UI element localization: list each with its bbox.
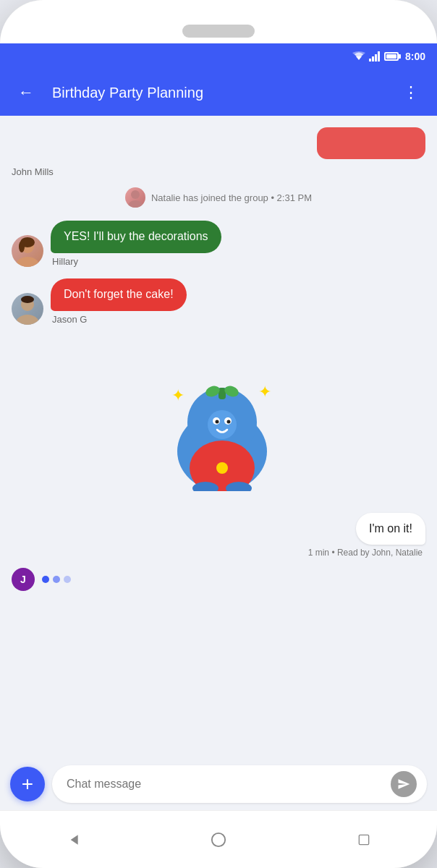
status-bar: 8:00 [0, 43, 437, 69]
outgoing-message-content: I'm on it! 1 min • Read by John, Natalie [308, 513, 425, 558]
chat-input-wrap [52, 765, 427, 803]
svg-point-21 [216, 420, 219, 423]
sticker-area: ✦ ✦ [12, 332, 425, 506]
hillary-bubble: YES! I'll buy the decorations [51, 221, 221, 253]
sticker-svg: ✦ ✦ [146, 346, 291, 491]
nav-home-button[interactable] [204, 825, 233, 854]
wifi-icon [352, 51, 365, 61]
svg-text:✦: ✦ [258, 383, 271, 401]
typing-dots [42, 576, 71, 583]
more-button[interactable]: ⋮ [396, 78, 425, 107]
outgoing-bubble: I'm on it! [356, 513, 425, 545]
svg-point-30 [42, 576, 49, 583]
system-join-text: Natalie has joined the group • 2:31 PM [151, 192, 312, 203]
nav-recents-button[interactable] [349, 825, 378, 854]
svg-point-12 [16, 315, 39, 325]
svg-rect-1 [369, 59, 371, 61]
jason-message-content: Don't forget the cake! Jason G [51, 278, 187, 325]
svg-point-8 [16, 257, 39, 267]
svg-rect-4 [378, 51, 380, 61]
screen: 8:00 ← Birthday Party Planning ⋮ John Mi… [0, 43, 437, 810]
status-time: 8:00 [405, 51, 425, 62]
hillary-sender: Hillary [52, 256, 221, 267]
nav-home-icon [211, 832, 226, 848]
phone-frame: 8:00 ← Birthday Party Planning ⋮ John Mi… [0, 0, 437, 868]
signal-icon [369, 51, 381, 61]
svg-point-6 [128, 200, 143, 208]
system-message: Natalie has joined the group • 2:31 PM [12, 187, 425, 208]
svg-point-13 [21, 296, 34, 303]
battery-icon [384, 52, 399, 61]
top-strip [12, 124, 425, 162]
input-area: + [0, 758, 437, 810]
svg-point-22 [227, 420, 231, 423]
svg-point-10 [19, 241, 25, 252]
svg-point-27 [216, 462, 228, 474]
svg-point-31 [53, 576, 60, 583]
svg-rect-35 [360, 835, 369, 844]
jason-bubble: Don't forget the cake! [51, 278, 187, 311]
svg-point-32 [64, 576, 71, 583]
svg-text:✦: ✦ [171, 386, 184, 404]
john-mills-label: John Mills [12, 165, 425, 179]
send-button[interactable] [391, 771, 417, 797]
svg-marker-33 [70, 835, 77, 844]
svg-rect-3 [375, 54, 377, 61]
send-icon [397, 778, 410, 791]
hillary-message-row: YES! I'll buy the decorations Hillary [12, 221, 425, 267]
outgoing-message-row: I'm on it! 1 min • Read by John, Natalie [12, 513, 425, 558]
app-bar: ← Birthday Party Planning ⋮ [0, 69, 437, 116]
phone-top [0, 0, 437, 43]
phone-bottom-nav [0, 810, 437, 868]
add-button[interactable]: + [10, 767, 45, 801]
jason-avatar [12, 293, 43, 325]
jason-sender: Jason G [52, 314, 187, 325]
nav-back-button[interactable] [59, 825, 88, 854]
app-title: Birthday Party Planning [52, 85, 385, 101]
svg-point-34 [212, 833, 225, 846]
nav-back-icon [66, 833, 80, 847]
messages-area: John Mills Natalie has joined the group … [0, 116, 437, 758]
status-icons: 8:00 [352, 51, 425, 62]
typing-avatar: J [12, 568, 35, 591]
chat-message-input[interactable] [67, 778, 385, 791]
back-button[interactable]: ← [12, 78, 41, 107]
message-status: 1 min • Read by John, Natalie [308, 548, 423, 558]
svg-point-18 [208, 410, 237, 439]
jason-message-row: Don't forget the cake! Jason G [12, 278, 425, 325]
nav-recents-icon [358, 834, 370, 846]
natalie-avatar [125, 187, 145, 208]
hillary-avatar [12, 235, 43, 267]
speaker [182, 25, 255, 38]
add-icon: + [22, 774, 33, 794]
svg-point-5 [131, 190, 140, 199]
typing-indicator-row: J [12, 568, 425, 591]
hillary-message-content: YES! I'll buy the decorations Hillary [51, 221, 221, 267]
svg-rect-2 [372, 56, 374, 61]
